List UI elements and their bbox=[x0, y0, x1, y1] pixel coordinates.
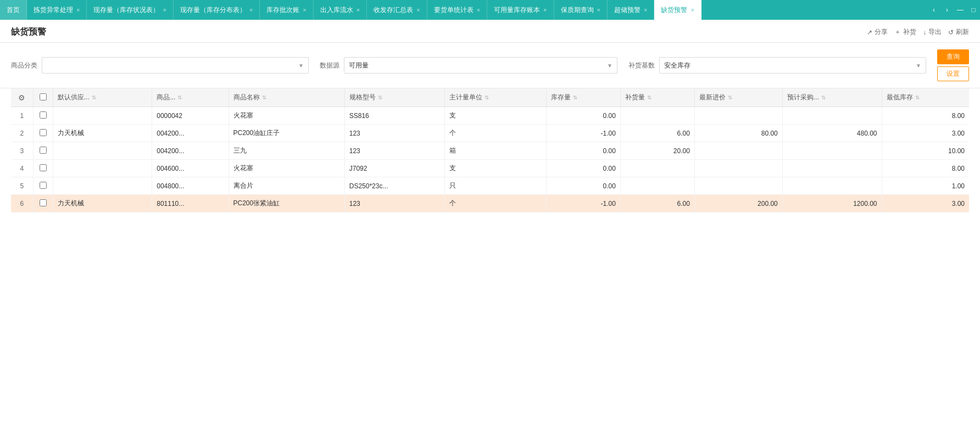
tab-close-inventory-status[interactable]: × bbox=[163, 7, 166, 13]
replenish-basis-value: 安全库存 bbox=[664, 61, 691, 70]
tab-minimize-btn[interactable]: — bbox=[954, 0, 967, 20]
sort-est-icon[interactable]: ⇅ bbox=[821, 94, 826, 100]
page-header: 缺货预警 ↗ 分享 ＋ 补货 ↓ 导出 ↺ 刷新 bbox=[0, 20, 980, 43]
th-product-name: 商品名称⇅ bbox=[229, 88, 344, 107]
cell-product-name-4: 离合片 bbox=[229, 177, 344, 195]
th-min-stock: 最低库存⇅ bbox=[882, 88, 969, 107]
cell-supplier-3 bbox=[53, 160, 152, 177]
tab-label-home: 首页 bbox=[7, 5, 20, 15]
category-select[interactable]: ▼ bbox=[42, 57, 309, 74]
replenish-label: 补货 bbox=[903, 27, 916, 37]
cell-checkbox-0[interactable] bbox=[33, 107, 53, 125]
tab-prev-btn[interactable]: ‹ bbox=[927, 0, 940, 20]
tab-close-receive-summary[interactable]: × bbox=[416, 7, 420, 13]
sort-replenish-icon[interactable]: ⇅ bbox=[647, 94, 652, 100]
cell-estimated-purchase-1: 480.00 bbox=[782, 125, 882, 142]
tab-close-inventory-dist[interactable]: × bbox=[249, 7, 253, 13]
sort-spec-icon[interactable]: ⇅ bbox=[378, 94, 382, 100]
row-checkbox-2[interactable] bbox=[40, 147, 47, 154]
tab-batch-account[interactable]: 库存批次账× bbox=[260, 0, 313, 20]
cell-checkbox-3[interactable] bbox=[33, 160, 53, 177]
replenish-basis-select[interactable]: 安全库存 ▼ bbox=[659, 57, 926, 74]
cell-spec-0: SS816 bbox=[344, 107, 444, 125]
query-button[interactable]: 查询 bbox=[937, 49, 969, 64]
tab-available-ledger[interactable]: 可用量库存账本× bbox=[487, 0, 554, 20]
tab-abnormal[interactable]: 拣货异常处理× bbox=[27, 0, 87, 20]
row-checkbox-5[interactable] bbox=[40, 199, 47, 206]
tab-close-available-ledger[interactable]: × bbox=[543, 7, 547, 13]
th-latest-price: 最新进价⇅ bbox=[694, 88, 782, 107]
cell-index-5: 6 bbox=[11, 195, 33, 212]
select-all-checkbox[interactable] bbox=[40, 93, 47, 100]
cell-replenish-qty-5: 6.00 bbox=[620, 195, 694, 212]
sort-price-icon[interactable]: ⇅ bbox=[728, 94, 732, 100]
cell-checkbox-1[interactable] bbox=[33, 125, 53, 142]
replenish-icon: ＋ bbox=[894, 27, 901, 37]
tab-close-overstock[interactable]: × bbox=[644, 7, 647, 13]
row-checkbox-4[interactable] bbox=[40, 182, 47, 189]
sort-supplier-icon[interactable]: ⇅ bbox=[92, 94, 96, 100]
cell-checkbox-2[interactable] bbox=[33, 142, 53, 160]
th-spec: 规格型号⇅ bbox=[344, 88, 444, 107]
shortage-table: ⚙ 默认供应...⇅ 商品...⇅ 商品名称⇅ 规格型号⇅ bbox=[11, 88, 969, 212]
tab-next-btn[interactable]: › bbox=[940, 0, 954, 20]
cell-supplier-1: 力天机械 bbox=[53, 125, 152, 142]
settings-button[interactable]: 设置 bbox=[937, 66, 969, 81]
row-checkbox-0[interactable] bbox=[40, 111, 47, 119]
sort-name-icon[interactable]: ⇅ bbox=[262, 94, 266, 100]
tab-label-inout-flow: 出入库流水 bbox=[320, 5, 353, 15]
tab-shortage[interactable]: 缺货预警× bbox=[654, 0, 701, 20]
tab-label-batch-account: 库存批次账 bbox=[266, 5, 299, 15]
tab-label-expiry-query: 保质期查询 bbox=[561, 5, 594, 15]
tab-label-overstock: 超储预警 bbox=[614, 5, 641, 15]
cell-min-stock-5: 3.00 bbox=[882, 195, 969, 212]
table-settings-icon[interactable]: ⚙ bbox=[18, 93, 25, 102]
sort-unit-icon[interactable]: ⇅ bbox=[485, 94, 489, 100]
row-checkbox-3[interactable] bbox=[40, 164, 47, 171]
cell-product-code-0: 0000042 bbox=[152, 107, 229, 125]
page-title: 缺货预警 bbox=[11, 26, 46, 38]
th-replenish-qty: 补货量⇅ bbox=[620, 88, 694, 107]
cell-index-1: 2 bbox=[11, 125, 33, 142]
replenish-action[interactable]: ＋ 补货 bbox=[894, 27, 916, 37]
tab-overstock[interactable]: 超储预警× bbox=[608, 0, 654, 20]
table-row: 6 力天机械 801110... PC200张紧油缸 123 个 -1.00 6… bbox=[11, 195, 969, 212]
tab-close-inout-flow[interactable]: × bbox=[357, 7, 360, 13]
tab-inventory-dist[interactable]: 现存量（库存分布表）× bbox=[174, 0, 260, 20]
cell-product-code-3: 004600... bbox=[152, 160, 229, 177]
sort-min-icon[interactable]: ⇅ bbox=[915, 94, 920, 100]
datasource-select[interactable]: 可用量 ▼ bbox=[344, 57, 617, 74]
tab-inout-flow[interactable]: 出入库流水× bbox=[314, 0, 367, 20]
tab-receive-summary[interactable]: 收发存汇总表× bbox=[367, 0, 427, 20]
table-row: 2 力天机械 004200... PC200油缸庄子 123 个 -1.00 6… bbox=[11, 125, 969, 142]
cell-checkbox-4[interactable] bbox=[33, 177, 53, 195]
tab-home[interactable]: 首页 bbox=[0, 0, 27, 20]
refresh-action[interactable]: ↺ 刷新 bbox=[948, 27, 969, 37]
cell-min-stock-3: 8.00 bbox=[882, 160, 969, 177]
th-estimated-purchase: 预计采购...⇅ bbox=[782, 88, 882, 107]
row-checkbox-1[interactable] bbox=[40, 129, 47, 136]
tab-close-shortage[interactable]: × bbox=[691, 7, 694, 13]
cell-replenish-qty-1: 6.00 bbox=[620, 125, 694, 142]
tab-inventory-status[interactable]: 现存量（库存状况表）× bbox=[87, 0, 173, 20]
cell-min-stock-2: 10.00 bbox=[882, 142, 969, 160]
cell-latest-price-2 bbox=[694, 142, 782, 160]
th-settings[interactable]: ⚙ bbox=[11, 88, 33, 107]
tab-expiry-query[interactable]: 保质期查询× bbox=[554, 0, 608, 20]
cell-spec-2: 123 bbox=[344, 142, 444, 160]
tab-close-abnormal[interactable]: × bbox=[76, 7, 80, 13]
cell-product-name-1: PC200油缸庄子 bbox=[229, 125, 344, 142]
table-row: 3 004200... 三九 123 箱 0.00 20.00 10.00 bbox=[11, 142, 969, 160]
th-checkbox[interactable] bbox=[33, 88, 53, 107]
sort-code-icon[interactable]: ⇅ bbox=[177, 94, 182, 100]
tab-demand-stats[interactable]: 要货单统计表× bbox=[427, 0, 487, 20]
tab-maximize-btn[interactable]: □ bbox=[967, 0, 980, 20]
cell-unit-3: 支 bbox=[444, 160, 546, 177]
tab-close-demand-stats[interactable]: × bbox=[477, 7, 480, 13]
tab-close-batch-account[interactable]: × bbox=[303, 7, 306, 13]
tab-close-expiry-query[interactable]: × bbox=[597, 7, 600, 13]
sort-stock-icon[interactable]: ⇅ bbox=[573, 94, 577, 100]
export-action[interactable]: ↓ 导出 bbox=[923, 27, 942, 37]
cell-checkbox-5[interactable] bbox=[33, 195, 53, 212]
share-action[interactable]: ↗ 分享 bbox=[867, 27, 888, 37]
